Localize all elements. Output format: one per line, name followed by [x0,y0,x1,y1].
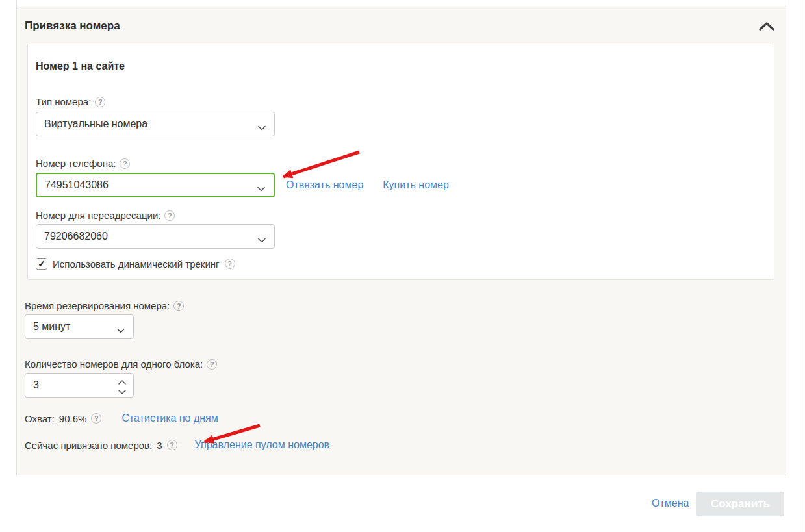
number-type-select[interactable]: Виртуальные номера [36,112,275,136]
help-icon[interactable]: ? [225,259,235,269]
bound-numbers-label: Сейчас привязано номеров: [25,440,152,451]
forward-number-value: 79206682060 [44,231,108,242]
dynamic-tracking-checkbox[interactable]: ✓ [36,258,47,270]
save-button[interactable]: Сохранить [696,492,784,516]
chevron-down-icon [258,234,266,246]
help-icon[interactable]: ? [95,97,105,107]
number-type-value: Виртуальные номера [44,118,147,130]
forward-number-select[interactable]: 79206682060 [36,224,275,249]
chevron-down-icon [258,121,266,133]
site-number-card: Номер 1 на сайте Тип номера: ? Виртуальн… [27,44,774,280]
help-icon[interactable]: ? [167,440,177,450]
bound-numbers-value: 3 [157,440,162,451]
coverage-value: 90.6% [59,413,87,424]
forward-number-label: Номер для переадресации: [36,210,160,221]
help-icon[interactable]: ? [120,158,130,169]
chevron-up-icon [758,21,775,31]
collapse-section-button[interactable] [758,21,775,31]
block-count-label: Количество номеров для одного блока: [25,359,203,370]
reserve-time-label: Время резервирования номера: [25,300,170,311]
block-count-input[interactable]: 3 [25,373,134,398]
section-title: Привязка номера [25,19,120,32]
dynamic-tracking-label: Использовать динамический трекинг [53,259,220,270]
number-type-label: Тип номера: [36,96,91,107]
settings-accordion: Привязка номера Номер 1 на сайте Тип ном… [16,0,786,476]
help-icon[interactable]: ? [164,210,175,221]
cancel-button[interactable]: Отмена [652,498,689,509]
daily-stats-link[interactable]: Статистика по дням [121,412,218,424]
stepper-down-icon[interactable] [118,386,127,393]
chevron-down-icon [117,324,125,336]
help-icon[interactable]: ? [91,413,101,424]
number-pool-link[interactable]: Управление пулом номеров [195,439,330,451]
card-title: Номер 1 на сайте [36,60,125,72]
coverage-label: Охват: [25,413,55,424]
phone-number-label: Номер телефона: [36,158,116,169]
reserve-time-value: 5 минут [33,321,70,333]
number-binding-settings-page: Привязка номера Номер 1 на сайте Тип ном… [0,0,805,532]
previous-section-edge [17,0,786,6]
number-stepper [118,376,127,393]
block-count-value: 3 [33,379,39,391]
buy-number-link[interactable]: Купить номер [383,179,449,191]
unbind-number-link[interactable]: Отвязать номер [286,179,363,191]
page-right-divider [802,0,802,532]
help-icon[interactable]: ? [207,359,217,370]
chevron-down-icon [257,183,265,194]
help-icon[interactable]: ? [173,301,184,311]
phone-number-select[interactable]: 74951043086 [36,173,275,197]
reserve-time-select[interactable]: 5 минут [25,314,134,339]
number-binding-section: Привязка номера Номер 1 на сайте Тип ном… [17,6,786,475]
stepper-up-icon[interactable] [118,376,127,383]
phone-number-value: 74951043086 [45,179,109,191]
